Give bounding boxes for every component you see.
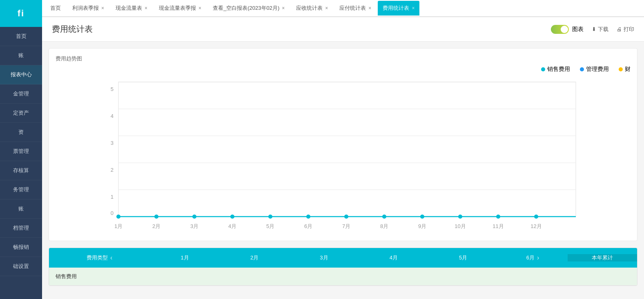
legend-admin-label: 管理费用 (586, 66, 609, 73)
sidebar: fi 首页 账 报表中心 金管理 定资产 资 票管理 存核算 务管理 账 档管理… (0, 0, 42, 299)
chart-dot-nov (496, 215, 500, 219)
chart-svg-container: 5 4 3 2 1 0 (56, 78, 631, 234)
svg-text:3月: 3月 (190, 223, 198, 229)
tab-receivable[interactable]: 应收统计表 × (291, 1, 333, 16)
tab-bar: 首页 利润表季报 × 现金流量表 × 现金流量表季报 × 查看_空白报表(202… (42, 0, 644, 17)
tab-profit-quarterly[interactable]: 利润表季报 × (67, 1, 109, 16)
svg-text:4: 4 (111, 113, 114, 119)
sidebar-item-settings[interactable]: 础设置 (0, 257, 42, 276)
legend-finance: 财 (619, 66, 631, 73)
svg-text:1月: 1月 (114, 223, 123, 229)
chart-toggle[interactable] (551, 25, 569, 34)
tab-expense-label: 费用统计表 (383, 4, 409, 12)
chart-dot-apr (230, 215, 234, 219)
th-type: 费用类型 ‹ (49, 254, 150, 261)
th-month5: 5月 (428, 254, 498, 261)
chart-dot-jun (306, 215, 310, 219)
sidebar-item-expense[interactable]: 畅报销 (0, 238, 42, 257)
page-header: 费用统计表 图表 ⬇ 下载 🖨 打印 (42, 17, 644, 42)
sidebar-item-reports[interactable]: 报表中心 (0, 65, 42, 84)
print-icon: 🖨 (617, 26, 622, 32)
legend-sales-label: 销售费用 (547, 66, 570, 73)
td-type: 销售费用 (49, 273, 153, 280)
svg-text:2: 2 (111, 167, 114, 173)
sidebar-item-account[interactable]: 账 (0, 46, 42, 65)
th-month3: 3月 (289, 254, 359, 261)
chart-legend: 销售费用 管理费用 财 (56, 66, 631, 73)
download-icon: ⬇ (592, 26, 596, 32)
svg-text:6月: 6月 (304, 223, 312, 229)
legend-admin-dot (580, 67, 584, 71)
tab-cashflow-quarterly-close[interactable]: × (198, 5, 201, 11)
svg-text:8月: 8月 (380, 223, 388, 229)
tab-receivable-close[interactable]: × (325, 5, 328, 11)
chart-section: 费用趋势图 销售费用 管理费用 财 (49, 48, 637, 241)
th-month6-label: 6月 (526, 254, 535, 261)
sidebar-item-home[interactable]: 首页 (0, 27, 42, 46)
tab-profit-quarterly-close[interactable]: × (101, 5, 104, 11)
chart-dot-dec (534, 215, 538, 219)
tab-expense-close[interactable]: × (412, 5, 414, 11)
svg-text:5月: 5月 (266, 223, 274, 229)
tab-cashflow-quarterly[interactable]: 现金流量表季报 × (154, 1, 206, 16)
svg-text:12月: 12月 (530, 223, 541, 229)
tab-payable-label: 应付统计表 (339, 4, 366, 12)
next-month-button[interactable]: › (537, 254, 539, 261)
table-header: 费用类型 ‹ 1月 2月 3月 4月 5月 6月 › 本年累计 (49, 248, 637, 268)
legend-finance-label: 财 (625, 66, 631, 73)
sidebar-item-cash[interactable]: 金管理 (0, 84, 42, 104)
sidebar-item-inventory[interactable]: 存核算 (0, 161, 42, 180)
prev-month-button[interactable]: ‹ (110, 254, 112, 261)
print-button[interactable]: 🖨 打印 (617, 26, 634, 33)
sidebar-item-ledger[interactable]: 账 (0, 199, 42, 219)
legend-finance-dot (619, 67, 623, 71)
legend-sales-dot (541, 67, 545, 71)
main-area: 首页 利润表季报 × 现金流量表 × 现金流量表季报 × 查看_空白报表(202… (42, 0, 644, 299)
tab-profit-quarterly-label: 利润表季报 (72, 4, 99, 12)
tab-cashflow-quarterly-label: 现金流量表季报 (159, 4, 196, 12)
chart-title: 费用趋势图 (56, 55, 631, 62)
th-month2: 2月 (220, 254, 289, 261)
svg-text:3: 3 (111, 140, 114, 146)
tab-home-label: 首页 (50, 4, 61, 12)
print-label: 打印 (624, 26, 634, 33)
sidebar-item-capital[interactable]: 资 (0, 123, 42, 142)
chart-dot-feb (154, 215, 158, 219)
th-month4: 4月 (359, 254, 428, 261)
chart-dot-aug (382, 215, 386, 219)
tab-payable[interactable]: 应付统计表 × (334, 1, 376, 16)
chart-dot-oct (458, 215, 462, 219)
toggle-label: 图表 (572, 26, 584, 33)
sidebar-item-affairs[interactable]: 务管理 (0, 180, 42, 199)
svg-text:10月: 10月 (455, 223, 466, 229)
expense-table: 费用类型 ‹ 1月 2月 3月 4月 5月 6月 › 本年累计 销售费用 (49, 248, 637, 286)
tab-expense[interactable]: 费用统计表 × (378, 1, 419, 16)
page-title: 费用统计表 (52, 24, 93, 35)
svg-text:0: 0 (111, 210, 114, 216)
tab-blank-report-close[interactable]: × (282, 5, 285, 11)
svg-text:4月: 4月 (228, 223, 236, 229)
sidebar-item-tickets[interactable]: 票管理 (0, 142, 42, 161)
sidebar-item-archive[interactable]: 档管理 (0, 219, 42, 238)
chart-dot-mar (192, 215, 196, 219)
legend-admin: 管理费用 (580, 66, 609, 73)
th-ytd: 本年累计 (568, 254, 637, 261)
svg-text:9月: 9月 (418, 223, 426, 229)
sidebar-item-assets[interactable]: 定资产 (0, 104, 42, 123)
tab-payable-close[interactable]: × (368, 5, 371, 11)
svg-text:1: 1 (111, 194, 114, 200)
tab-blank-report-label: 查看_空白报表(2023年02月) (213, 4, 279, 12)
tab-cashflow-label: 现金流量表 (116, 4, 142, 12)
th-month6: 6月 › (498, 254, 567, 261)
chart-dot-jul (344, 215, 348, 219)
tab-cashflow-close[interactable]: × (145, 5, 147, 11)
chart-dot-jan (116, 215, 120, 219)
svg-text:5: 5 (111, 86, 114, 92)
download-button[interactable]: ⬇ 下载 (592, 26, 608, 33)
chart-toggle-wrap: 图表 (551, 25, 584, 34)
th-type-label: 费用类型 (87, 254, 108, 261)
tab-blank-report[interactable]: 查看_空白报表(2023年02月) × (208, 1, 290, 16)
tab-cashflow[interactable]: 现金流量表 × (111, 1, 152, 16)
trend-chart: 5 4 3 2 1 0 (56, 78, 631, 233)
tab-home[interactable]: 首页 (45, 1, 66, 16)
